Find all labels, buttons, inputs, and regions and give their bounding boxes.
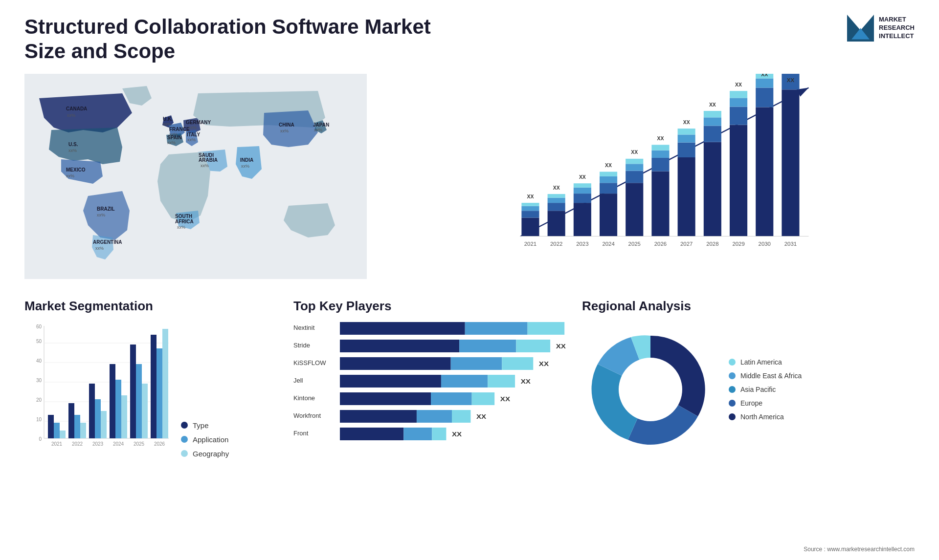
svg-rect-115 bbox=[340, 340, 459, 352]
svg-text:10: 10 bbox=[36, 417, 42, 422]
svg-rect-136 bbox=[403, 428, 432, 440]
svg-text:XX: XX bbox=[452, 431, 462, 438]
player-bar-nextinit: XX bbox=[340, 321, 567, 335]
player-name-nextinit: Nextinit bbox=[293, 324, 335, 331]
svg-text:2026: 2026 bbox=[154, 441, 165, 447]
legend-asia-pacific: Asia Pacific bbox=[729, 386, 802, 393]
legend-latin-america: Latin America bbox=[729, 358, 802, 366]
svg-rect-135 bbox=[340, 428, 403, 440]
spain-value: xx% bbox=[167, 140, 176, 145]
middle-east-dot bbox=[729, 372, 736, 379]
player-name-jell: Jell bbox=[293, 377, 335, 384]
svg-rect-89 bbox=[68, 403, 74, 438]
saudi-value: xx% bbox=[201, 163, 209, 168]
svg-rect-95 bbox=[110, 364, 115, 438]
japan-value: xx% bbox=[314, 128, 322, 132]
japan-label: JAPAN bbox=[313, 122, 329, 128]
player-row-front: Front XX bbox=[293, 427, 567, 440]
geography-label: Geography bbox=[193, 450, 229, 458]
player-name-front: Front bbox=[293, 430, 335, 437]
regional-section: Regional Analysis bbox=[582, 299, 915, 494]
svg-text:XX: XX bbox=[657, 136, 664, 141]
north-america-dot bbox=[729, 413, 736, 420]
asia-pacific-dot bbox=[729, 386, 736, 393]
player-bar-front: XX bbox=[340, 427, 567, 440]
svg-rect-117 bbox=[516, 340, 550, 352]
segmentation-section: Market Segmentation 0 10 20 30 40 50 60 bbox=[24, 299, 279, 494]
svg-rect-97 bbox=[121, 395, 127, 438]
key-players-section: Top Key Players Nextinit XX bbox=[293, 299, 567, 494]
svg-text:2024: 2024 bbox=[602, 240, 614, 246]
svg-rect-38 bbox=[678, 129, 695, 134]
svg-rect-31 bbox=[651, 158, 669, 172]
svg-rect-124 bbox=[441, 375, 488, 388]
svg-text:2030: 2030 bbox=[759, 240, 771, 246]
svg-rect-120 bbox=[451, 357, 502, 370]
svg-text:XX: XX bbox=[500, 395, 511, 403]
svg-rect-91 bbox=[80, 423, 86, 438]
southafrica-label: SOUTH bbox=[175, 214, 192, 219]
regional-title: Regional Analysis bbox=[582, 299, 915, 314]
type-dot bbox=[181, 422, 188, 429]
top-section: CANADA xx% U.S. xx% MEXICO xx% BRAZIL xx… bbox=[24, 74, 915, 289]
latin-america-label: Latin America bbox=[740, 358, 782, 366]
svg-text:2022: 2022 bbox=[550, 240, 562, 246]
source-text: Source : www.marketresearchintellect.com bbox=[804, 546, 915, 553]
svg-rect-23 bbox=[600, 172, 617, 176]
svg-text:2023: 2023 bbox=[92, 441, 104, 447]
header: Structured Collaboration Software Market… bbox=[24, 15, 915, 64]
logo-box: MARKET RESEARCH INTELLECT bbox=[847, 15, 915, 42]
svg-text:XX: XX bbox=[539, 360, 549, 367]
svg-text:XX: XX bbox=[735, 82, 742, 87]
china-label: CHINA bbox=[279, 122, 294, 128]
svg-rect-5 bbox=[521, 217, 539, 236]
svg-rect-20 bbox=[600, 194, 617, 236]
spain-label: SPAIN bbox=[167, 135, 182, 140]
india-value: xx% bbox=[241, 164, 249, 169]
svg-text:XX: XX bbox=[476, 413, 487, 420]
legend-middle-east: Middle East & Africa bbox=[729, 372, 802, 380]
logo-icon bbox=[847, 15, 874, 42]
svg-rect-11 bbox=[548, 203, 565, 211]
world-map-svg: CANADA xx% U.S. xx% MEXICO xx% BRAZIL xx… bbox=[24, 74, 367, 279]
svg-rect-98 bbox=[130, 345, 136, 438]
svg-text:2023: 2023 bbox=[576, 240, 588, 246]
svg-text:XX: XX bbox=[556, 343, 566, 350]
player-row-nextinit: Nextinit XX bbox=[293, 321, 567, 335]
svg-rect-12 bbox=[548, 197, 565, 202]
legend-north-america: North America bbox=[729, 413, 802, 421]
svg-rect-112 bbox=[465, 322, 528, 335]
svg-rect-43 bbox=[704, 111, 721, 117]
player-bar-kissflow: XX bbox=[340, 356, 567, 370]
svg-text:2024: 2024 bbox=[113, 441, 124, 447]
regional-legend: Latin America Middle East & Africa Asia … bbox=[729, 358, 802, 421]
svg-text:XX: XX bbox=[527, 194, 534, 199]
svg-text:20: 20 bbox=[36, 397, 42, 403]
svg-rect-47 bbox=[730, 98, 747, 107]
svg-rect-113 bbox=[528, 322, 565, 335]
player-row-workfront: Workfront XX bbox=[293, 409, 567, 423]
svg-rect-116 bbox=[459, 340, 516, 352]
svg-rect-25 bbox=[626, 183, 643, 236]
svg-text:XX: XX bbox=[553, 185, 560, 190]
player-row-stride: Stride XX bbox=[293, 339, 567, 352]
application-label: Application bbox=[193, 435, 228, 444]
svg-rect-101 bbox=[151, 335, 156, 438]
svg-rect-10 bbox=[548, 211, 565, 236]
svg-rect-15 bbox=[574, 203, 591, 236]
svg-text:0: 0 bbox=[39, 436, 42, 442]
svg-rect-18 bbox=[574, 183, 591, 188]
geography-dot bbox=[181, 450, 188, 457]
svg-rect-22 bbox=[600, 176, 617, 183]
player-name-workfront: Workfront bbox=[293, 412, 335, 419]
svg-text:2025: 2025 bbox=[134, 441, 145, 447]
svg-rect-36 bbox=[678, 142, 695, 157]
svg-text:XX: XX bbox=[605, 163, 612, 168]
us-value: xx% bbox=[68, 148, 77, 153]
argentina-value: xx% bbox=[95, 246, 104, 251]
svg-rect-41 bbox=[704, 126, 721, 142]
svg-text:XX: XX bbox=[787, 77, 795, 83]
svg-rect-52 bbox=[756, 78, 773, 87]
donut-chart-svg bbox=[582, 321, 719, 458]
svg-rect-133 bbox=[452, 410, 470, 423]
